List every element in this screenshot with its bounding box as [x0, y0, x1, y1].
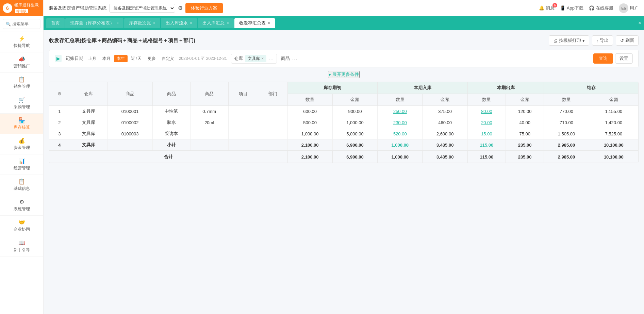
row-in-amt: 460.00: [423, 117, 467, 128]
sidebar-logo: 6 畅库通好生意 标准版: [0, 0, 43, 16]
tab-receipt-summary[interactable]: 收发存汇总表 ×: [234, 18, 275, 28]
tab-receipt-summary-close[interactable]: ×: [268, 21, 270, 26]
th-bal-amt: 金额: [589, 94, 638, 106]
row-spec: [190, 128, 228, 139]
sidebar-label-system: 系统管理: [14, 206, 30, 212]
refresh-button[interactable]: ↺ 刷新: [616, 35, 639, 46]
row-project: [228, 139, 258, 151]
sidebar-item-marketing[interactable]: 📣 营销推广: [0, 52, 43, 73]
date-btn-this-month[interactable]: 本月: [100, 55, 113, 62]
row-open-qty: 500.00: [287, 117, 332, 128]
user-profile-button[interactable]: Ea 用户: [619, 3, 639, 13]
footer-bal-qty: 2,985.00: [544, 151, 589, 163]
date-range-display: 2023-01-01 至 2023-12-31: [179, 56, 227, 62]
sidebar-item-enterprise[interactable]: 🤝 企业协同: [0, 216, 43, 236]
filter-date-label: 记账日期: [66, 55, 83, 62]
row-warehouse: 文具库: [70, 106, 108, 117]
topbar-right: 🔔 消息 6 📱 App下载 🎧 在线客服 Ea 用户: [539, 3, 639, 13]
date-btn-7days[interactable]: 近7天: [128, 55, 144, 62]
filter-expand-button[interactable]: ▾ 展开更多条件: [328, 71, 360, 78]
row-in-amt: 375.00: [423, 106, 467, 117]
app-download-button[interactable]: 📱 App下载: [560, 5, 583, 11]
settings-gear-icon[interactable]: ⚙: [178, 5, 183, 11]
headset-icon: 🎧: [589, 5, 594, 11]
tab-inout-flow-close[interactable]: ×: [190, 21, 192, 26]
tab-batch-ledger-close[interactable]: ×: [153, 21, 155, 26]
sidebar-item-basicinfo[interactable]: 📋 基础信息: [0, 175, 43, 195]
filter-query-button[interactable]: 查询: [593, 53, 613, 64]
page-title: 收发存汇总表(按仓库＋商品编码＋商品＋规格型号＋项目＋部门): [49, 37, 195, 44]
filter-warehouse-more[interactable]: ...: [268, 55, 274, 62]
print-template-label: 按模板打印: [559, 37, 581, 44]
filter-goods-more[interactable]: ...: [292, 55, 297, 62]
row-in-qty[interactable]: 1,000.00: [378, 139, 423, 151]
row-bal-amt: 7,525.00: [589, 128, 638, 139]
row-out-qty[interactable]: 115.00: [467, 139, 506, 151]
tab-inventory-dist[interactable]: 现存量（库存分布表） ×: [65, 18, 123, 28]
search-menu-button[interactable]: 🔍 搜索菜单: [3, 19, 40, 29]
filter-collapse-button[interactable]: ▶: [55, 55, 62, 62]
row-open-amt: 900.00: [332, 106, 377, 117]
expand-chevron-icon: ▾: [329, 72, 331, 77]
sidebar-item-quicknav[interactable]: ⚡ 快捷导航: [0, 32, 43, 52]
tab-inout-summary-close[interactable]: ×: [227, 21, 229, 26]
th-product-code: 商品: [108, 82, 152, 106]
tab-inventory-dist-close[interactable]: ×: [116, 21, 119, 26]
sidebar-item-operations[interactable]: 📊 经营管理: [0, 154, 43, 175]
sidebar-item-guide[interactable]: 📖 新手引导: [0, 236, 43, 257]
date-btn-more[interactable]: 更多: [145, 55, 159, 62]
tab-home[interactable]: 首页: [46, 18, 65, 28]
sidebar-item-purchase[interactable]: 🛒 采购管理: [0, 93, 43, 114]
th-out-amt: 金额: [506, 94, 544, 106]
logo-icon: 6: [3, 3, 12, 13]
date-btn-this-year[interactable]: 本年: [114, 55, 128, 62]
row-in-amt: 2,600.00: [423, 128, 467, 139]
row-dept: [258, 128, 287, 139]
row-name: 中性笔: [152, 106, 190, 117]
sidebar-item-system[interactable]: ⚙ 系统管理: [0, 195, 43, 216]
trial-button[interactable]: 体验行业方案: [185, 3, 223, 13]
main-area: 装备及固定资产辅助管理系统 装备及固定资产辅助管理系统 ⚙ 体验行业方案 🔔 消…: [44, 0, 644, 314]
online-service-label: 在线客服: [596, 5, 613, 11]
row-out-qty[interactable]: 80.00: [467, 106, 506, 117]
row-code: 0100001: [108, 106, 152, 117]
row-out-qty[interactable]: 20.00: [467, 117, 506, 128]
sidebar-label-operations: 经营管理: [14, 165, 30, 171]
footer-open-amt: 6,900.00: [332, 151, 377, 163]
sidebar-search-section: 🔍 搜索菜单: [0, 16, 43, 32]
system-select[interactable]: 装备及固定资产辅助管理系统: [109, 4, 175, 13]
row-name: 小计: [152, 139, 190, 151]
tab-inout-flow[interactable]: 出入库流水 ×: [161, 18, 197, 28]
row-in-qty[interactable]: 520.00: [378, 128, 423, 139]
sidebar-label-quicknav: 快捷导航: [14, 43, 30, 49]
row-open-qty: 2,100.00: [287, 139, 332, 151]
filter-action-buttons: 查询 设置: [593, 53, 633, 64]
row-in-qty[interactable]: 230.00: [378, 117, 423, 128]
filter-settings-button[interactable]: 设置: [615, 53, 633, 64]
row-bal-amt: 10,100.00: [589, 139, 638, 151]
row-project: [228, 117, 258, 128]
table-row: 1文具库0100001中性笔0.7mm600.00900.00250.00375…: [49, 106, 638, 117]
tab-batch-ledger[interactable]: 库存批次账 ×: [124, 18, 160, 28]
table-settings-icon[interactable]: ⚙: [57, 91, 62, 96]
row-dept: [258, 117, 287, 128]
date-btn-last-month[interactable]: 上月: [85, 55, 99, 62]
online-service-button[interactable]: 🎧 在线客服: [589, 5, 613, 11]
tab-inout-summary-label: 出入库汇总: [202, 20, 225, 26]
date-btn-custom[interactable]: 自定义: [159, 55, 177, 62]
tabbar-close-all[interactable]: ×: [638, 20, 641, 26]
filter-warehouse-tag-close[interactable]: ×: [261, 56, 264, 61]
row-open-qty: 600.00: [287, 106, 332, 117]
tab-inout-summary[interactable]: 出入库汇总 ×: [198, 18, 234, 28]
notifications-button[interactable]: 🔔 消息 6: [539, 5, 555, 11]
table-footer-row: 合计 2,100.00 6,900.00 1,000.00 3,435.00 1…: [49, 151, 638, 163]
sidebar-item-inventory[interactable]: 🏪 库存核算: [0, 114, 43, 134]
sidebar-label-guide: 新手引导: [14, 247, 30, 253]
export-button[interactable]: ↑ 导出: [592, 35, 613, 46]
sidebar-item-finance[interactable]: 💰 资金管理: [0, 134, 43, 154]
sidebar-item-sales[interactable]: 📋 销售管理: [0, 73, 43, 93]
print-template-button[interactable]: 🖨 按模板打印 ▾: [549, 35, 589, 46]
row-code: 0100002: [108, 117, 152, 128]
row-in-qty[interactable]: 250.00: [378, 106, 423, 117]
row-out-qty[interactable]: 15.00: [467, 128, 506, 139]
